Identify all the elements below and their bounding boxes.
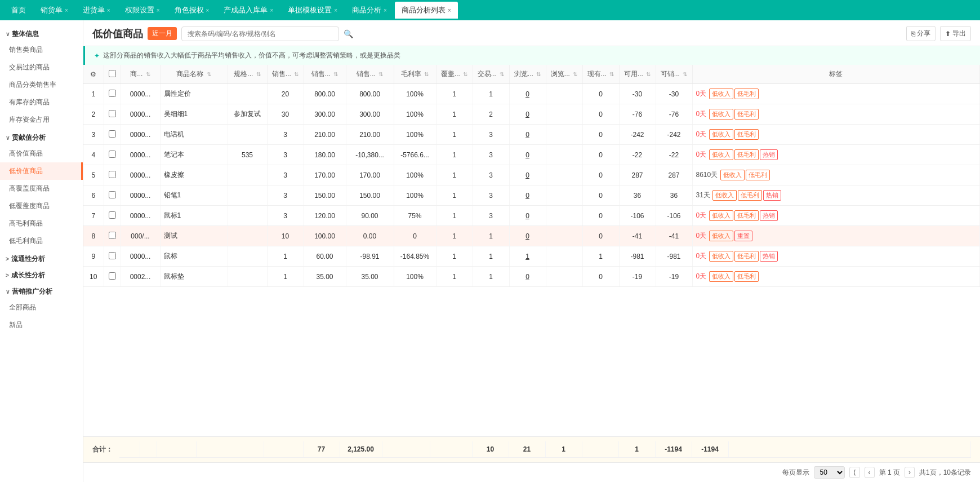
row-select-checkbox[interactable]	[109, 211, 116, 219]
top-nav: 首页销货单×进货单×权限设置×角色授权×产成品入库单×单据模板设置×商品分析×商…	[0, 0, 980, 20]
row-checkbox[interactable]	[104, 165, 121, 185]
table-row: 2 0000... 吴细细1 参加复试 30 300.00 300.00 100…	[83, 104, 980, 125]
search-icon[interactable]: 🔍	[344, 29, 353, 38]
view1-link[interactable]: 0	[525, 171, 529, 179]
sidebar-item-有库存的商品[interactable]: 有库存的商品	[0, 94, 83, 111]
row-available: -242	[619, 125, 656, 145]
nav-item-商品分析列表[interactable]: 商品分析列表×	[395, 2, 458, 19]
row-checkbox[interactable]	[104, 84, 121, 104]
sidebar-group-贡献值分析[interactable]: ∨ 贡献值分析	[0, 129, 83, 145]
row-select-checkbox[interactable]	[109, 252, 116, 259]
nav-close-icon[interactable]: ×	[206, 7, 210, 14]
nav-item-单据模板设置[interactable]: 单据模板设置×	[281, 2, 344, 19]
view1-link[interactable]: 0	[525, 212, 529, 220]
row-days: 0天	[696, 252, 707, 260]
sidebar-group-营销推广分析[interactable]: ∨ 营销推广分析	[0, 282, 83, 299]
nav-item-进货单[interactable]: 进货单×	[76, 2, 117, 19]
row-trade-count: 1	[473, 226, 509, 246]
row-sales-amount: 210.00	[346, 125, 394, 145]
sidebar-item-低价值商品[interactable]: 低价值商品	[0, 162, 83, 180]
row-checkbox[interactable]	[104, 226, 121, 246]
first-page-button[interactable]: ⟨	[849, 467, 860, 478]
nav-item-首页[interactable]: 首页	[5, 2, 33, 19]
nav-close-icon[interactable]: ×	[107, 7, 110, 14]
nav-close-icon[interactable]: ×	[334, 7, 337, 14]
view1-link[interactable]: 0	[525, 110, 529, 118]
row-gross-margin: 100%	[394, 185, 436, 206]
nav-close-icon[interactable]: ×	[157, 7, 160, 14]
period-button[interactable]: 近一月	[148, 27, 177, 40]
checkbox-col-header[interactable]	[104, 65, 121, 84]
row-select-checkbox[interactable]	[109, 232, 116, 239]
row-checkbox[interactable]	[104, 185, 121, 206]
sidebar-item-全部商品[interactable]: 全部商品	[0, 299, 83, 316]
row-spec	[228, 84, 267, 104]
row-checkbox[interactable]	[104, 206, 121, 226]
view1-link[interactable]: 0	[525, 232, 529, 240]
row-code: 0000...	[121, 84, 160, 104]
row-checkbox[interactable]	[104, 145, 121, 165]
row-select-checkbox[interactable]	[109, 110, 116, 117]
nav-item-销货单[interactable]: 销货单×	[34, 2, 75, 19]
sidebar-item-高价值商品[interactable]: 高价值商品	[0, 145, 83, 162]
row-select-checkbox[interactable]	[109, 151, 116, 158]
nav-item-商品分析[interactable]: 商品分析×	[345, 2, 394, 19]
sidebar-item-低覆盖度商品[interactable]: 低覆盖度商品	[0, 197, 83, 215]
export-button[interactable]: ⬆ 导出	[940, 26, 971, 41]
select-all-checkbox[interactable]	[109, 70, 116, 77]
row-checkbox[interactable]	[104, 267, 121, 287]
sidebar-group-整体信息[interactable]: ∨ 整体信息	[0, 25, 83, 41]
row-code: 0000...	[121, 104, 160, 125]
row-current: 0	[582, 206, 619, 226]
row-saleable: -981	[656, 246, 692, 267]
sidebar-group-成长性分析[interactable]: > 成长性分析	[0, 266, 83, 282]
sidebar-item-库存资金占用[interactable]: 库存资金占用	[0, 111, 83, 129]
nav-item-权限设置[interactable]: 权限设置×	[118, 2, 167, 19]
nav-item-角色授权[interactable]: 角色授权×	[168, 2, 216, 19]
per-page-select[interactable]: 50 100 200	[814, 466, 845, 479]
row-sales-amount: 300.00	[346, 104, 394, 125]
settings-col-header[interactable]: ⚙	[83, 65, 104, 84]
sidebar-item-低毛利商品[interactable]: 低毛利商品	[0, 232, 83, 250]
view1-link[interactable]: 1	[525, 253, 529, 260]
row-checkbox[interactable]	[104, 246, 121, 267]
coverage-col-header: 覆盖... ⇅	[436, 65, 473, 84]
row-checkbox[interactable]	[104, 104, 121, 125]
spec-col-header: 规格... ⇅	[228, 65, 267, 84]
row-sales-price: 210.00	[304, 125, 346, 145]
view1-link[interactable]: 0	[525, 151, 529, 159]
sidebar-item-商品分类销售率[interactable]: 商品分类销售率	[0, 76, 83, 94]
nav-close-icon[interactable]: ×	[65, 7, 68, 14]
tag-低收入: 低收入	[709, 129, 733, 140]
view1-link[interactable]: 0	[525, 131, 529, 139]
share-button[interactable]: ⎘ 分享	[906, 26, 936, 41]
gear-icon[interactable]: ⚙	[90, 70, 96, 78]
row-select-checkbox[interactable]	[109, 272, 116, 280]
prev-page-button[interactable]: ‹	[865, 467, 875, 478]
row-checkbox[interactable]	[104, 125, 121, 145]
row-current: 0	[582, 104, 619, 125]
sidebar-item-交易过的商品[interactable]: 交易过的商品	[0, 59, 83, 76]
view1-link[interactable]: 0	[525, 192, 529, 200]
sidebar-group-流通性分析[interactable]: > 流通性分析	[0, 250, 83, 266]
row-select-checkbox[interactable]	[109, 191, 116, 198]
nav-close-icon[interactable]: ×	[448, 7, 451, 14]
next-page-button[interactable]: ›	[905, 467, 915, 478]
row-sales-price: 300.00	[304, 104, 346, 125]
row-select-checkbox[interactable]	[109, 90, 116, 97]
nav-close-icon[interactable]: ×	[384, 7, 387, 14]
sidebar-item-销售类商品[interactable]: 销售类商品	[0, 41, 83, 59]
tag-低收入: 低收入	[709, 149, 733, 160]
tag-低收入: 低收入	[720, 170, 745, 180]
sidebar-item-新品[interactable]: 新品	[0, 316, 83, 334]
nav-close-icon[interactable]: ×	[270, 7, 273, 14]
nav-item-产成品入库单[interactable]: 产成品入库单×	[217, 2, 280, 19]
search-input[interactable]	[181, 26, 339, 41]
row-select-checkbox[interactable]	[109, 171, 116, 178]
row-select-checkbox[interactable]	[109, 130, 116, 138]
sidebar-item-高毛利商品[interactable]: 高毛利商品	[0, 215, 83, 232]
view1-link[interactable]: 0	[525, 90, 529, 98]
sidebar-item-高覆盖度商品[interactable]: 高覆盖度商品	[0, 180, 83, 197]
view1-link[interactable]: 0	[525, 273, 529, 281]
tag-热销: 热销	[760, 149, 778, 160]
